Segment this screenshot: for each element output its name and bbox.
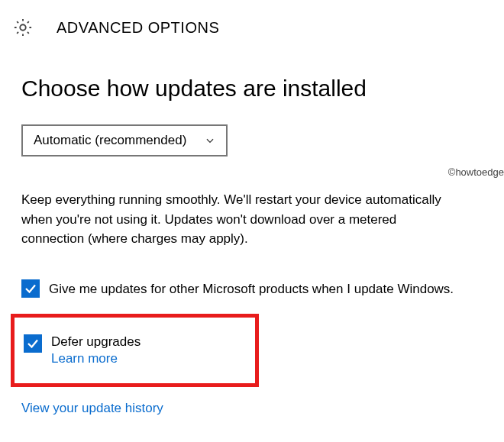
update-mode-dropdown[interactable]: Automatic (recommended) xyxy=(21,124,228,156)
gear-icon xyxy=(12,17,34,38)
update-history-link[interactable]: View your update history xyxy=(21,401,163,416)
page-title: ADVANCED OPTIONS xyxy=(57,19,219,37)
chevron-down-icon xyxy=(205,135,215,146)
defer-upgrades-label: Defer upgrades xyxy=(51,334,141,350)
section-heading: Choose how updates are installed xyxy=(21,76,483,102)
watermark: ©howtoedge xyxy=(448,166,504,178)
option-other-products: Give me updates for other Microsoft prod… xyxy=(21,279,483,299)
defer-upgrades-checkbox[interactable] xyxy=(24,334,42,353)
learn-more-link[interactable]: Learn more xyxy=(51,351,141,366)
page-header: ADVANCED OPTIONS xyxy=(0,0,504,49)
update-description: Keep everything running smoothly. We'll … xyxy=(21,190,449,249)
svg-point-0 xyxy=(20,24,25,30)
dropdown-selected-label: Automatic (recommended) xyxy=(34,133,186,148)
content-area: Choose how updates are installed Automat… xyxy=(0,49,504,416)
other-products-label: Give me updates for other Microsoft prod… xyxy=(49,279,454,299)
defer-upgrades-highlight: Defer upgrades Learn more xyxy=(11,314,259,387)
other-products-checkbox[interactable] xyxy=(21,279,40,298)
